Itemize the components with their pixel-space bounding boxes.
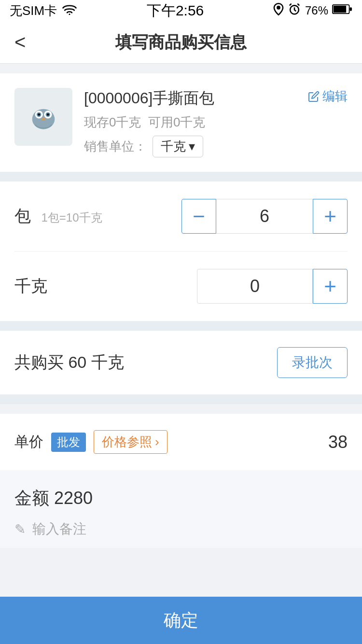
status-bar: 无SIM卡 下午2:56 <box>0 0 362 21</box>
section-divider-1 <box>0 172 362 182</box>
svg-point-11 <box>38 113 40 116</box>
wifi-icon <box>62 3 77 18</box>
price-ref-button[interactable]: 价格参照 › <box>94 430 167 454</box>
product-unit-row: 销售单位： 千克 ▾ <box>84 136 348 157</box>
carrier-text: 无SIM卡 <box>10 2 57 19</box>
package-hint: 1包=10千克 <box>41 211 102 224</box>
svg-point-12 <box>47 113 49 116</box>
batch-button[interactable]: 录批次 <box>277 347 348 378</box>
package-controls: − + <box>181 199 348 234</box>
unit-select[interactable]: 千克 ▾ <box>153 136 203 157</box>
section-divider-3 <box>0 394 362 404</box>
kilogram-quantity-input[interactable] <box>197 269 313 304</box>
svg-point-0 <box>69 14 70 15</box>
amount-row: 金额 2280 <box>14 487 348 510</box>
quantity-section: 包 1包=10千克 − + 千克 + <box>0 182 362 321</box>
price-label: 单价 <box>14 432 43 452</box>
svg-point-13 <box>41 118 45 121</box>
section-divider-2 <box>0 321 362 331</box>
back-button[interactable]: < <box>14 31 26 53</box>
battery-icon <box>332 4 352 17</box>
confirm-button[interactable]: 确定 <box>0 597 362 644</box>
summary-text: 共购买 60 千克 <box>14 351 124 374</box>
location-icon <box>273 3 284 18</box>
package-row: 包 1包=10千克 − + <box>14 182 348 252</box>
status-left: 无SIM卡 <box>10 2 77 19</box>
status-right: 76% <box>273 2 352 19</box>
package-minus-button[interactable]: − <box>181 199 216 234</box>
remark-label: 输入备注 <box>32 520 86 538</box>
remark-row[interactable]: ✎ 输入备注 <box>14 520 348 538</box>
package-label: 包 1包=10千克 <box>14 205 181 227</box>
remark-icon: ✎ <box>14 521 26 537</box>
edit-button[interactable]: 编辑 <box>308 88 348 105</box>
package-quantity-input[interactable] <box>216 199 313 234</box>
nav-bar: < 填写商品购买信息 <box>0 21 362 64</box>
kilogram-controls: + <box>197 269 348 304</box>
price-tag: 批发 <box>51 433 86 452</box>
battery-text: 76% <box>305 4 328 17</box>
price-value: 38 <box>328 432 348 452</box>
svg-rect-5 <box>350 7 352 11</box>
product-stock: 现存0千克 可用0千克 <box>84 114 348 131</box>
svg-rect-4 <box>334 6 346 13</box>
svg-point-1 <box>277 6 279 9</box>
unit-dropdown-icon: ▾ <box>189 139 195 154</box>
page-title: 填写商品购买信息 <box>115 31 247 54</box>
product-card: [0000006]手撕面包 现存0千克 可用0千克 销售单位： 千克 ▾ 编辑 <box>0 73 362 172</box>
price-ref-arrow: › <box>155 434 159 449</box>
kilogram-row: 千克 + <box>14 252 348 321</box>
summary-section: 共购买 60 千克 录批次 <box>0 331 362 394</box>
amount-section: 金额 2280 ✎ 输入备注 <box>0 470 362 548</box>
alarm-icon <box>288 2 301 19</box>
price-section: 单价 批发 价格参照 › 38 <box>0 414 362 470</box>
kilogram-label: 千克 <box>14 275 197 297</box>
status-time: 下午2:56 <box>147 1 204 21</box>
kilogram-plus-button[interactable]: + <box>313 269 348 304</box>
package-plus-button[interactable]: + <box>313 199 348 234</box>
product-image <box>14 88 72 146</box>
